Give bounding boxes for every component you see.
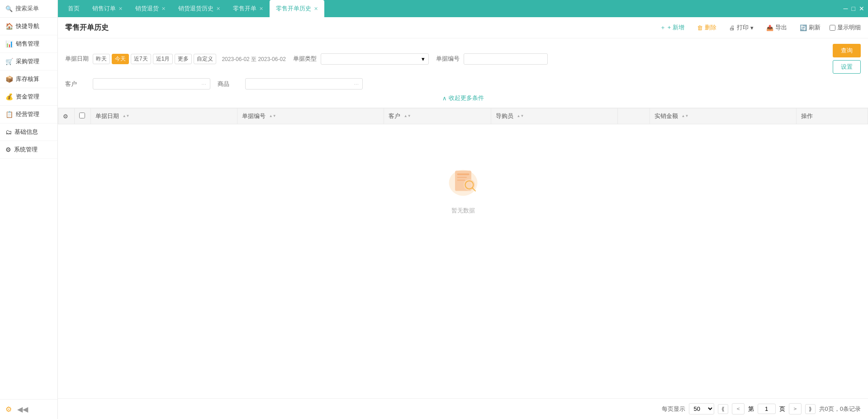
number-filter-input[interactable] bbox=[464, 53, 548, 65]
sidebar-item-label: 采购管理 bbox=[16, 57, 39, 66]
col-number-sort[interactable]: ▲▼ bbox=[269, 114, 276, 118]
sidebar-collapse-button[interactable]: ◀◀ bbox=[17, 405, 28, 414]
tab-sales-order-close[interactable]: ✕ bbox=[119, 6, 123, 12]
col-amount-sort[interactable]: ▲▼ bbox=[682, 114, 689, 118]
date-btn-today[interactable]: 今天 bbox=[112, 54, 129, 64]
sales-icon: 📊 bbox=[5, 40, 13, 47]
setting-button[interactable]: 设置 bbox=[833, 60, 861, 74]
date-btn-1month[interactable]: 近1月 bbox=[153, 54, 173, 64]
goods-filter-input[interactable]: ··· bbox=[245, 78, 363, 89]
add-button[interactable]: ＋ + 新增 bbox=[656, 22, 688, 33]
per-page-select[interactable]: 50 100 200 bbox=[689, 403, 714, 414]
sidebar-item-purchase[interactable]: 🛒 采购管理 bbox=[0, 53, 57, 71]
filter-area: 单据日期 昨天 今天 近7天 近1月 更多 自定义 2023-06-02 至 2… bbox=[58, 38, 868, 108]
type-filter-select[interactable]: ▾ bbox=[321, 53, 429, 65]
col-customer: 客户 ▲▼ bbox=[384, 108, 491, 124]
goods-filter-label: 商品 bbox=[218, 80, 242, 88]
export-button[interactable]: 📤 导出 bbox=[763, 22, 791, 33]
window-maximize-button[interactable]: □ bbox=[852, 5, 855, 12]
sidebar-item-operations[interactable]: 📋 经营管理 bbox=[0, 106, 57, 123]
col-ops-label: 操作 bbox=[801, 113, 813, 119]
tab-sales-order[interactable]: 销售订单 ✕ bbox=[86, 0, 129, 17]
display-toggle[interactable]: 显示明细 bbox=[830, 24, 861, 32]
col-gear[interactable]: ⚙ bbox=[58, 108, 75, 124]
tab-sales-return-close[interactable]: ✕ bbox=[161, 6, 166, 12]
svg-rect-4 bbox=[457, 179, 465, 181]
tab-retail-order[interactable]: 零售开单 ✕ bbox=[227, 0, 270, 17]
window-minimize-button[interactable]: ─ bbox=[844, 5, 848, 12]
page-first-button[interactable]: ⟪ bbox=[718, 404, 728, 414]
page-number-input[interactable]: 1 bbox=[758, 404, 776, 414]
date-btn-custom[interactable]: 自定义 bbox=[194, 54, 216, 64]
date-btn-7days[interactable]: 近7天 bbox=[131, 54, 151, 64]
col-date-sort[interactable]: ▲▼ bbox=[123, 114, 130, 118]
inventory-icon: 📦 bbox=[5, 75, 13, 83]
delete-button[interactable]: 🗑 删除 bbox=[693, 22, 720, 33]
date-filter-label: 单据日期 bbox=[65, 55, 90, 63]
col-amount-label: 实销金额 bbox=[655, 113, 678, 119]
col-amount: 实销金额 ▲▼ bbox=[650, 108, 796, 124]
type-filter-field: 单据类型 ▾ bbox=[293, 53, 429, 65]
refresh-button[interactable]: 🔄 刷新 bbox=[796, 22, 824, 33]
collapse-arrow-icon: ∧ bbox=[442, 95, 447, 102]
sidebar-item-quicknav[interactable]: 🏠 快捷导航 bbox=[0, 18, 57, 35]
query-button[interactable]: 查询 bbox=[833, 44, 861, 57]
customer-filter-input[interactable]: ··· bbox=[93, 78, 210, 89]
sidebar-search[interactable]: 🔍 搜索采单 bbox=[0, 0, 57, 18]
per-page-label: 每页显示 bbox=[662, 405, 685, 413]
page-header: 零售开单历史 ＋ + 新增 🗑 删除 🖨 打印 ▾ 📤 导出 bbox=[58, 17, 868, 38]
customer-filter-label: 客户 bbox=[65, 80, 90, 88]
tab-retail-order-history-close[interactable]: ✕ bbox=[314, 6, 318, 12]
select-all-checkbox[interactable] bbox=[79, 113, 85, 118]
date-range-text: 2023-06-02 至 2023-06-02 bbox=[222, 56, 285, 63]
filter-row-1: 单据日期 昨天 今天 近7天 近1月 更多 自定义 2023-06-02 至 2… bbox=[65, 44, 861, 74]
toolbar: ＋ + 新增 🗑 删除 🖨 打印 ▾ 📤 导出 🔄 bbox=[656, 22, 861, 33]
add-label: + 新增 bbox=[668, 24, 684, 32]
window-close-button[interactable]: ✕ bbox=[859, 5, 864, 12]
col-guide-label: 导购员 bbox=[496, 113, 513, 119]
date-btn-more[interactable]: 更多 bbox=[175, 54, 192, 64]
display-checkbox[interactable] bbox=[830, 25, 835, 31]
gear-col-icon[interactable]: ⚙ bbox=[63, 113, 68, 120]
type-filter-label: 单据类型 bbox=[293, 55, 318, 63]
page-last-button[interactable]: ⟫ bbox=[805, 404, 816, 414]
sidebar-item-label: 系统管理 bbox=[14, 146, 38, 154]
settings-gear-button[interactable]: ⚙ bbox=[5, 405, 12, 414]
page-prev-button[interactable]: ＜ bbox=[732, 403, 745, 414]
tab-sales-return-history-close[interactable]: ✕ bbox=[216, 6, 220, 12]
col-guide-sort[interactable]: ▲▼ bbox=[517, 114, 524, 118]
col-checkbox[interactable] bbox=[75, 108, 91, 124]
tab-sales-return-history[interactable]: 销货退货历史 ✕ bbox=[172, 0, 227, 17]
tab-sales-return-history-label: 销货退货历史 bbox=[178, 5, 213, 13]
sidebar-item-label: 基础信息 bbox=[14, 128, 38, 136]
table-area: ⚙ 单据日期 ▲▼ 单据编号 ▲▼ bbox=[58, 108, 868, 398]
tab-home[interactable]: 首页 bbox=[62, 0, 86, 17]
empty-state-text: 暂无数据 bbox=[451, 207, 475, 215]
main-area: 首页 销售订单 ✕ 销货退货 ✕ 销货退货历史 ✕ 零售开单 ✕ 零售开单历史 … bbox=[58, 0, 868, 419]
date-btn-yesterday[interactable]: 昨天 bbox=[93, 54, 110, 64]
page-label: 第 bbox=[748, 405, 754, 413]
refresh-icon: 🔄 bbox=[800, 24, 807, 31]
collapse-filter-label: 收起更多条件 bbox=[449, 94, 484, 102]
col-spacer bbox=[618, 108, 650, 124]
export-label: 导出 bbox=[775, 24, 787, 32]
page-next-button[interactable]: ＞ bbox=[789, 403, 802, 414]
tab-retail-order-history[interactable]: 零售开单历史 ✕ bbox=[270, 0, 324, 17]
empty-state-icon bbox=[443, 160, 484, 201]
collapse-filter-link[interactable]: ∧ 收起更多条件 bbox=[442, 94, 484, 102]
tab-retail-order-close[interactable]: ✕ bbox=[259, 6, 263, 12]
col-customer-sort[interactable]: ▲▼ bbox=[404, 114, 411, 118]
date-filter-buttons: 昨天 今天 近7天 近1月 更多 自定义 bbox=[93, 54, 216, 64]
sidebar-item-finance[interactable]: 💰 资金管理 bbox=[0, 88, 57, 106]
sidebar-item-system[interactable]: ⚙ 系统管理 bbox=[0, 141, 57, 159]
print-button[interactable]: 🖨 打印 ▾ bbox=[726, 22, 757, 33]
goods-filter-field: 商品 ··· bbox=[218, 78, 363, 89]
customer-filter-field: 客户 ··· bbox=[65, 78, 210, 89]
sidebar-item-sales[interactable]: 📊 销售管理 bbox=[0, 35, 57, 53]
tab-sales-return[interactable]: 销货退货 ✕ bbox=[129, 0, 172, 17]
page-title: 零售开单历史 bbox=[65, 23, 109, 33]
sidebar-item-inventory[interactable]: 📦 库存核算 bbox=[0, 71, 57, 88]
tab-home-label: 首页 bbox=[68, 5, 80, 13]
sidebar-item-baseinfo[interactable]: 🗂 基础信息 bbox=[0, 123, 57, 141]
col-customer-label: 客户 bbox=[389, 113, 400, 119]
